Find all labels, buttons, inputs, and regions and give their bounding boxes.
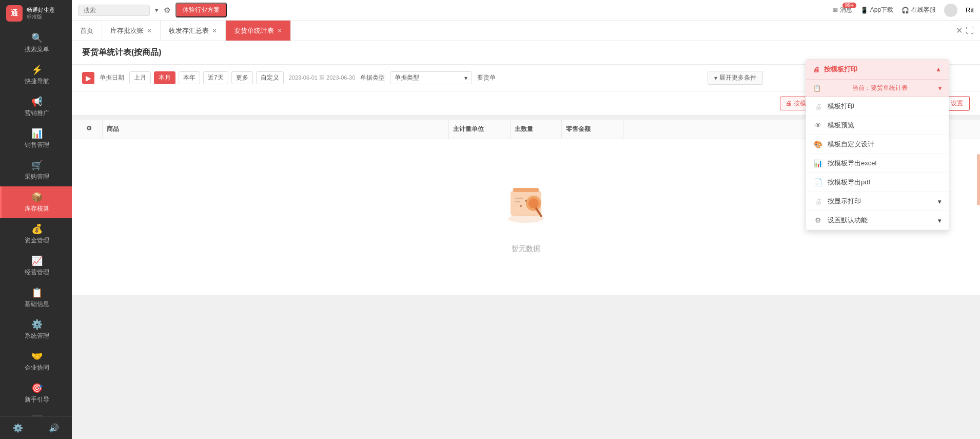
dropdown-item-template-print[interactable]: 🖨 模板打印 [806, 97, 949, 116]
filter-toggle-btn[interactable]: ▶ [82, 72, 94, 84]
dropdown-item-template-design[interactable]: 🎨 模板自定义设计 [806, 135, 949, 154]
expand-icon: ▾ [714, 74, 717, 82]
tab-expand-icon[interactable]: ⛶ [966, 26, 974, 35]
app-name: 畅通好生意 [27, 6, 55, 13]
sidebar-item-marketing[interactable]: 📢 营销推广 [0, 91, 72, 123]
main-area: ▾ ⚙ 体验行业方案 ✉ 消息 99+ 📱 App下载 🎧 在线客服 Rit 首… [72, 0, 980, 439]
th-quantity: 主数量 [511, 120, 562, 139]
sidebar-label-purchase: 采购管理 [25, 173, 49, 181]
sound-icon[interactable]: 🔊 [45, 421, 63, 435]
display-print-icon: 🖨 [813, 197, 822, 205]
promo-button[interactable]: 体验行业方案 [175, 3, 227, 17]
template-print-icon: 🖨 [813, 102, 822, 110]
sidebar-label-quicknav: 快捷导航 [25, 77, 49, 86]
sidebar-item-basic[interactable]: 📋 基础信息 [0, 282, 72, 314]
date-btn-this-year[interactable]: 本年 [179, 71, 200, 84]
user-avatar[interactable] [944, 4, 957, 17]
type-select[interactable]: 单据类型 ▾ [390, 71, 472, 84]
svg-point-4 [528, 198, 539, 208]
tab-close-all-icon[interactable]: ✕ [956, 26, 963, 35]
sidebar-label-marketing: 营销推广 [25, 109, 49, 118]
dropdown-item-export-pdf[interactable]: 📄 按模板导出pdf [806, 173, 949, 192]
app-download-item[interactable]: 📱 App下载 [860, 6, 893, 14]
right-scrollbar[interactable] [977, 154, 980, 205]
dropdown-printer-icon: 🖨 [813, 66, 820, 73]
tab-collection-summary[interactable]: 收发存汇总表 ✕ [161, 21, 226, 41]
date-btn-7days[interactable]: 近7天 [203, 71, 228, 84]
date-btn-this-month[interactable]: 本月 [154, 71, 175, 84]
export-pdf-icon: 📄 [813, 178, 822, 186]
sidebar: 通 畅通好生意 标准版 🔍 搜索菜单 ⚡ 快捷导航 📢 营销推广 📊 销售管理 … [0, 0, 72, 439]
settings-icon[interactable]: ⚙️ [9, 421, 27, 435]
template-design-icon: 🎨 [813, 140, 822, 148]
sidebar-label-basic: 基础信息 [25, 300, 49, 309]
sidebar-label-finance: 资金管理 [25, 236, 49, 245]
expand-more-btn[interactable]: ▾ 展开更多条件 [708, 71, 763, 85]
sidebar-icon-system: ⚙️ [31, 319, 43, 330]
content-area: 要货单统计表(按商品) ▶ 单据日期 上月 本月 本年 近7天 更多 自定义 2… [72, 41, 980, 439]
sidebar-item-sales[interactable]: 📊 销售管理 [0, 123, 72, 155]
tab-home[interactable]: 首页 [72, 21, 102, 41]
message-item[interactable]: ✉ 消息 99+ [833, 6, 852, 14]
dropdown-item-template-preview[interactable]: 👁 模板预览 [806, 116, 949, 135]
expand-label: 展开更多条件 [719, 73, 756, 82]
empty-illustration [500, 180, 552, 236]
sidebar-nav: 🔍 搜索菜单 ⚡ 快捷导航 📢 营销推广 📊 销售管理 🛒 采购管理 📦 库存核… [0, 27, 72, 416]
sidebar-item-system[interactable]: ⚙️ 系统管理 [0, 314, 72, 346]
sidebar-bottom: ⚙️ 🔊 [0, 416, 72, 439]
sidebar-item-enterprise[interactable]: 🤝 企业协同 [0, 346, 72, 377]
date-group: 上月 本月 本年 近7天 更多 自定义 [129, 71, 284, 84]
sidebar-icon-quicknav: ⚡ [31, 64, 43, 75]
tab-order-stats-close[interactable]: ✕ [277, 27, 282, 34]
empty-text: 暂无数据 [512, 244, 540, 254]
th-unit: 主计量单位 [449, 120, 511, 139]
printer-icon: 🖨 [786, 100, 792, 107]
sidebar-icon-inventory: 📦 [31, 192, 43, 203]
message-badge: 99+ [842, 3, 856, 8]
tab-order-stats-label: 要货单统计表 [234, 26, 274, 35]
sidebar-item-purchase[interactable]: 🛒 采购管理 [0, 155, 72, 186]
sidebar-item-guide[interactable]: 🎯 新手引导 [0, 377, 72, 409]
tab-collection-summary-close[interactable]: ✕ [212, 27, 217, 34]
display-print-arrow: ▾ [938, 198, 942, 205]
tabbar: 首页 库存批次账 ✕ 收发存汇总表 ✕ 要货单统计表 ✕ ✕ ⛶ [72, 21, 980, 41]
user-name: Rit [966, 6, 974, 14]
template-preview-icon: 👁 [813, 121, 822, 129]
sidebar-item-search[interactable]: 🔍 搜索菜单 [0, 27, 72, 59]
sidebar-item-apps[interactable]: 🔲 应用中心 [0, 409, 72, 416]
tab-inventory-batch-close[interactable]: ✕ [147, 27, 152, 34]
sidebar-icon-basic: 📋 [31, 287, 43, 298]
tabbar-right: ✕ ⛶ [956, 21, 980, 41]
tab-order-stats[interactable]: 要货单统计表 ✕ [226, 21, 291, 41]
dropdown-title-text: 按模板打印 [824, 65, 857, 74]
dropdown-collapse-icon[interactable]: ▲ [935, 66, 942, 73]
dropdown-item-export-excel[interactable]: 📊 按模板导出excel [806, 154, 949, 173]
dropdown-display-print[interactable]: 🖨 按显示打印 ▾ [806, 192, 949, 211]
search-dropdown-icon[interactable]: ▾ [155, 6, 159, 14]
display-print-label: 按显示打印 [828, 197, 861, 206]
svg-point-6 [525, 200, 527, 202]
online-service-item[interactable]: 🎧 在线客服 [901, 6, 936, 14]
th-settings[interactable]: ⚙ [82, 120, 103, 139]
current-label: 当前：要货单统计表 [852, 84, 908, 92]
dropdown-header[interactable]: 🖨 按模板打印 ▲ [806, 60, 949, 80]
page-title: 要货单统计表(按商品) [82, 47, 970, 58]
sidebar-label-enterprise: 企业协同 [25, 364, 49, 372]
sidebar-item-operation[interactable]: 📈 经营管理 [0, 250, 72, 282]
date-range-value: 2023-06-01 至 2023-06-30 [289, 74, 356, 82]
tab-inventory-batch-label: 库存批次账 [110, 26, 144, 35]
date-btn-more[interactable]: 更多 [231, 71, 253, 84]
default-func-icon: ⚙ [813, 216, 822, 224]
dropdown-default-func[interactable]: ⚙ 设置默认功能 ▾ [806, 211, 949, 230]
sidebar-item-inventory[interactable]: 📦 库存核算 [0, 186, 72, 218]
search-input[interactable] [78, 5, 150, 16]
date-btn-custom[interactable]: 自定义 [256, 71, 284, 84]
svg-point-7 [520, 205, 522, 207]
sidebar-label-operation: 经营管理 [25, 268, 49, 277]
topbar-settings-icon[interactable]: ⚙ [164, 6, 170, 15]
tab-inventory-batch[interactable]: 库存批次账 ✕ [102, 21, 161, 41]
sidebar-icon-operation: 📈 [31, 255, 43, 266]
sidebar-item-quicknav[interactable]: ⚡ 快捷导航 [0, 59, 72, 91]
date-btn-last-month[interactable]: 上月 [129, 71, 151, 84]
sidebar-item-finance[interactable]: 💰 资金管理 [0, 218, 72, 250]
